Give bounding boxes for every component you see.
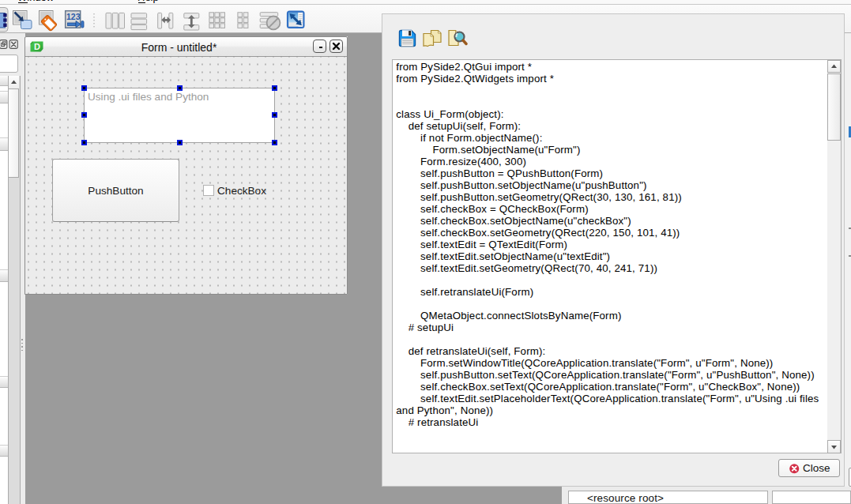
svg-text:123: 123 xyxy=(66,12,81,21)
